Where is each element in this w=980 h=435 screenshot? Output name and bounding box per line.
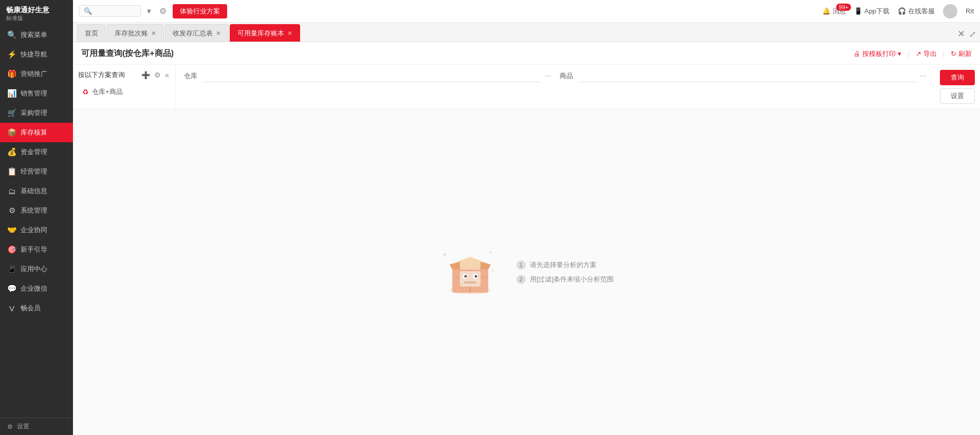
sidebar-label-system: 系统管理 <box>21 206 47 215</box>
sidebar-label-inventory: 库存核算 <box>21 128 47 137</box>
divider1: | <box>908 50 909 58</box>
schemes-title: 按以下方案查询 <box>78 70 125 80</box>
search-input[interactable] <box>94 8 135 15</box>
svg-rect-8 <box>460 271 480 287</box>
filter-label-warehouse: 仓库 <box>184 71 199 81</box>
query-btn[interactable]: 查询 <box>940 70 975 85</box>
sidebar-item-finance[interactable]: 💰资金管理 <box>0 142 73 162</box>
schemes-header: 按以下方案查询 ➕ ⚙ « <box>78 70 170 80</box>
headset-icon: 🎧 <box>898 7 906 15</box>
tab-summary[interactable]: 收发存汇总表✕ <box>165 24 229 42</box>
export-btn[interactable]: ↗ 导出 <box>916 49 937 59</box>
sidebar-item-guide[interactable]: 🎯新手引导 <box>0 240 73 259</box>
print-dropdown-icon[interactable]: ▾ <box>898 50 901 58</box>
operation-icon: 📋 <box>7 167 16 176</box>
filter-more-goods[interactable]: ··· <box>920 71 927 81</box>
scheme-item-warehouse_goods[interactable]: ♻仓库+商品 <box>78 84 170 100</box>
sidebar-item-inventory[interactable]: 📦库存核算 <box>0 123 73 142</box>
page-actions: 🖨 按模板打印 ▾ | ↗ 导出 | ↻ 刷新 <box>854 49 972 59</box>
sidebar-nav: 🔍搜索菜单⚡快捷导航🎁营销推广📊销售管理🛒采购管理📦库存核算💰资金管理📋经营管理… <box>0 25 73 418</box>
app-subtitle: 标准版 <box>6 14 67 22</box>
filter-fields: 仓库 ··· 商品 ··· <box>176 65 935 109</box>
filter-row: 仓库 ··· 商品 ··· <box>184 70 927 82</box>
guide-icon: 🎯 <box>7 245 16 254</box>
topbar: 🔍 ▾ ⚙ 体验行业方案 🔔 消息 99+ 📱 App下载 🎧 在线客服 Rit <box>73 0 980 23</box>
sidebar-logo: 畅康通好生意 标准版 <box>0 0 73 25</box>
filter-field-goods: 商品 ··· <box>560 70 927 82</box>
sidebar-footer[interactable]: ⚙ 设置 <box>0 418 73 435</box>
sidebar-item-member[interactable]: V畅会员 <box>0 298 73 318</box>
basic-icon: 🗂 <box>7 187 16 196</box>
tab-batch[interactable]: 库存批次账✕ <box>107 24 164 42</box>
sidebar-item-system[interactable]: ⚙系统管理 <box>0 201 73 220</box>
sidebar-item-purchase[interactable]: 🛒采购管理 <box>0 103 73 123</box>
empty-state: ✦ ✦ ✦ 1请先选择要分析的方案2用[过滤]条件来缩小分析范围 <box>73 109 980 435</box>
username-label: Rit <box>966 7 974 15</box>
filter-settings-btn[interactable]: 设置 <box>940 88 975 104</box>
close-all-tabs-icon[interactable]: ✕ <box>957 28 965 40</box>
app-download-btn[interactable]: 📱 App下载 <box>854 7 890 16</box>
sidebar-item-search[interactable]: 🔍搜索菜单 <box>0 25 73 45</box>
sidebar-label-member: 畅会员 <box>21 304 41 313</box>
tab-label-summary: 收发存汇总表 <box>173 29 213 38</box>
page-content: 可用量查询(按仓库+商品) 🖨 按模板打印 ▾ | ↗ 导出 | ↻ 刷新 <box>73 42 980 435</box>
purchase-icon: 🛒 <box>7 108 16 118</box>
footer-label: 设置 <box>17 422 29 431</box>
user-avatar <box>943 4 957 18</box>
tab-available[interactable]: 可用量库存账本✕ <box>230 24 300 42</box>
manage-scheme-btn[interactable]: ⚙ <box>153 70 162 80</box>
gear-icon[interactable]: ▾ <box>145 4 153 18</box>
refresh-label: 刷新 <box>958 49 972 59</box>
industry-btn[interactable]: 体验行业方案 <box>173 4 227 18</box>
bell-icon: 🔔 <box>822 7 830 15</box>
sidebar-item-sales[interactable]: 📊销售管理 <box>0 84 73 103</box>
add-scheme-btn[interactable]: ➕ <box>140 70 151 80</box>
svg-text:✦: ✦ <box>442 251 447 258</box>
main-content: 🔍 ▾ ⚙ 体验行业方案 🔔 消息 99+ 📱 App下载 🎧 在线客服 Rit <box>73 0 980 435</box>
app-title: 畅康通好生意 <box>6 5 67 14</box>
enterprise-icon: 🤝 <box>7 225 16 235</box>
sidebar-label-enterprise: 企业协同 <box>21 225 47 235</box>
online-service-btn[interactable]: 🎧 在线客服 <box>898 7 935 16</box>
tip-num-2: 2 <box>516 275 526 284</box>
sidebar-item-marketing[interactable]: 🎁营销推广 <box>0 64 73 84</box>
export-icon: ↗ <box>916 50 921 58</box>
tab-close-batch[interactable]: ✕ <box>151 30 156 37</box>
sidebar-item-enterprise[interactable]: 🤝企业协同 <box>0 220 73 240</box>
tab-close-available[interactable]: ✕ <box>287 30 292 37</box>
filter-label-goods: 商品 <box>560 71 575 81</box>
svg-text:✦: ✦ <box>488 250 492 255</box>
sidebar-item-shortcut[interactable]: ⚡快捷导航 <box>0 45 73 64</box>
sidebar-label-purchase: 采购管理 <box>21 108 47 118</box>
filter-input-warehouse[interactable] <box>204 70 540 82</box>
sidebar-item-apps[interactable]: 📱应用中心 <box>0 259 73 279</box>
tabs-bar: 首页库存批次账✕收发存汇总表✕可用量库存账本✕ ✕ ⤢ <box>73 23 980 42</box>
topbar-search-box[interactable]: 🔍 <box>79 5 141 17</box>
sidebar-item-basic[interactable]: 🗂基础信息 <box>0 181 73 201</box>
refresh-btn[interactable]: ↻ 刷新 <box>951 49 972 59</box>
expand-icon[interactable]: ⤢ <box>969 29 976 39</box>
sidebar-label-apps: 应用中心 <box>21 264 47 274</box>
sidebar-item-wechat[interactable]: 💬企业微信 <box>0 279 73 298</box>
filter-input-goods[interactable] <box>579 70 916 82</box>
sidebar-item-operation[interactable]: 📋经营管理 <box>0 162 73 181</box>
page-title: 可用量查询(按仓库+商品) <box>81 48 174 59</box>
message-btn[interactable]: 🔔 消息 99+ <box>822 7 846 16</box>
tab-close-summary[interactable]: ✕ <box>216 30 221 37</box>
settings-gear-icon[interactable]: ⚙ <box>157 4 169 18</box>
svg-point-11 <box>464 275 467 278</box>
empty-tips: 1请先选择要分析的方案2用[过滤]条件来缩小分析范围 <box>516 260 614 284</box>
filter-area: 按以下方案查询 ➕ ⚙ « ♻仓库+商品 仓库 ··· 商品 ··· 查询 设置 <box>73 65 980 109</box>
filter-more-warehouse[interactable]: ··· <box>544 71 551 81</box>
print-icon: 🖨 <box>854 50 860 58</box>
print-label: 按模板打印 <box>862 49 896 59</box>
msg-badge: 99+ <box>836 4 851 11</box>
sidebar-label-marketing: 营销推广 <box>21 69 47 79</box>
tab-home[interactable]: 首页 <box>77 24 106 42</box>
tab-label-available: 可用量库存账本 <box>237 29 284 38</box>
collapse-scheme-btn[interactable]: « <box>164 70 170 80</box>
svg-text:✦: ✦ <box>491 269 494 273</box>
inventory-icon: 📦 <box>7 128 16 137</box>
print-btn[interactable]: 🖨 按模板打印 ▾ <box>854 49 901 59</box>
tip-text-1: 请先选择要分析的方案 <box>530 260 597 270</box>
